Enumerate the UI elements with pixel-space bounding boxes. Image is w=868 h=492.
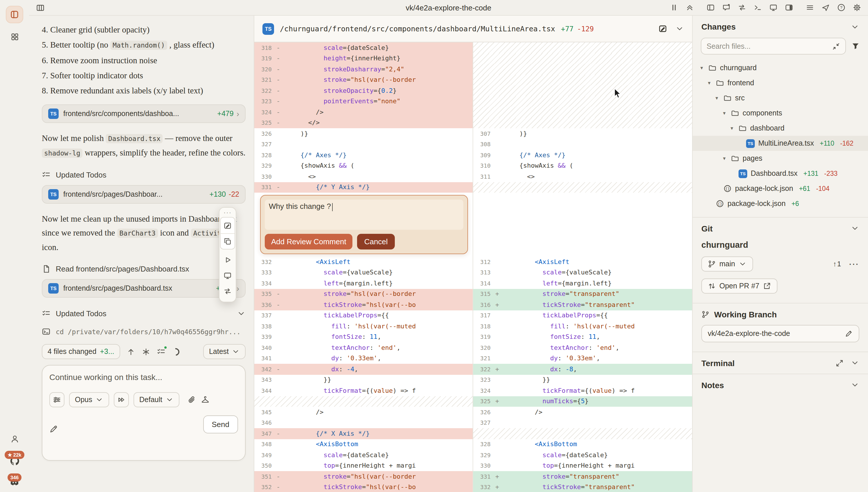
todo-status-button[interactable] [157, 347, 165, 356]
terminal-section-header[interactable]: Terminal [693, 351, 868, 374]
attach-button[interactable] [187, 395, 196, 404]
diff-line-right-321[interactable]: 321 dy: '0.33em', [473, 353, 692, 364]
notes-section-header[interactable]: Notes [693, 374, 868, 396]
file-search-input[interactable]: Search files... [701, 38, 846, 54]
diff-line-left-323[interactable]: 323- pointerEvents="none" [254, 96, 473, 107]
diff-line-right-313[interactable]: 313 scale={valueScale} [473, 267, 692, 278]
annotate-view-button[interactable] [220, 218, 235, 233]
tree-expand-icon[interactable]: ▾ [721, 110, 727, 116]
snapshot-button[interactable] [142, 347, 150, 356]
more-options-button[interactable]: ··· [849, 260, 859, 268]
preview-button[interactable] [769, 3, 777, 11]
ahead-count[interactable]: ↑1 [833, 260, 841, 268]
diff-line-right-318[interactable]: 318 fill: 'hsl(var(--muted [473, 321, 692, 331]
tree-folder-frontend[interactable]: ▾frontend [693, 75, 868, 91]
diff-line-right-326[interactable]: 326 /> [473, 407, 692, 417]
version-dropdown[interactable]: Latest [203, 344, 245, 359]
changes-section-header[interactable]: Changes [693, 16, 868, 38]
diff-line-right-329[interactable]: 329 scale={dateScale} [473, 450, 692, 460]
settings-sliders-button[interactable] [49, 392, 65, 407]
diff-line-right-319[interactable]: 319 fontSize: 11, [473, 331, 692, 342]
tree-expand-icon[interactable]: ▾ [721, 155, 727, 161]
diff-line-right-323[interactable]: 323 }} [473, 374, 692, 385]
diff-line-left-325[interactable]: 325- </> [254, 118, 473, 128]
add-review-comment-button[interactable]: Add Review Comment [265, 234, 353, 249]
drag-handle-icon[interactable]: ··· [224, 209, 232, 216]
pause-button[interactable] [670, 3, 678, 11]
diff-line-left-331[interactable]: 331- {/* Y Axis */} [254, 182, 473, 193]
diff-line-left-352[interactable]: 352- tickStroke="hsl(var(--bo [254, 482, 473, 492]
tree-folder-dashboard[interactable]: ▾dashboard [693, 121, 868, 136]
diff-line-right-332[interactable]: 332+ tickStroke="transparent" [473, 482, 692, 492]
diff-line-left-344[interactable]: 344 tickFormat={(value) => f [254, 385, 473, 396]
diff-line-left-318[interactable]: 318- scale={dateScale} [254, 42, 473, 53]
diff-line-right-328[interactable]: 328 <AxisBottom [473, 439, 692, 450]
pen-icon[interactable] [49, 425, 58, 434]
diff-line-right-324[interactable]: 324 tickFormat={(value) => f [473, 385, 692, 396]
annotate-button[interactable] [658, 24, 667, 33]
fast-forward-button[interactable] [114, 392, 129, 407]
diff-line-left-349[interactable]: 349 scale={dateScale} [254, 450, 473, 460]
diff-line-left-345[interactable]: 345 /> [254, 407, 473, 417]
diff-line-left-338[interactable]: 338 fill: 'hsl(var(--muted [254, 321, 473, 331]
menu-button[interactable] [806, 3, 814, 11]
git-section-header[interactable]: Git [693, 217, 868, 239]
diff-line-right-316[interactable]: 316+ tickStroke="transparent" [473, 299, 692, 310]
file-change-card[interactable]: TS frontend/src/components/dashboa... +4… [42, 104, 245, 123]
diff-line-right-310[interactable]: 310 {showAxis && ( [473, 161, 692, 171]
diff-line-left-341[interactable]: 341 dy: '0.33em', [254, 353, 473, 364]
tools-button[interactable] [201, 395, 209, 404]
model-dropdown[interactable]: Opus [69, 392, 109, 407]
mode-dropdown[interactable]: Default [134, 392, 179, 407]
diff-line-left-339[interactable]: 339 fontSize: 11, [254, 331, 473, 342]
diff-line-right-307[interactable]: 307 )} [473, 128, 692, 139]
grid-view-button[interactable] [10, 32, 19, 41]
terminal-command-row[interactable]: cd /private/var/folders/10/h7w0q46556ggr… [42, 327, 245, 336]
collapse-diff-button[interactable] [675, 24, 684, 33]
diff-line-left-324[interactable]: 324- /> [254, 107, 473, 118]
updated-todos-row[interactable]: Updated Todos [42, 171, 245, 179]
tree-file-package-lock-json[interactable]: {}package-lock.json+61-104 [693, 181, 868, 196]
share-button[interactable] [822, 3, 830, 11]
diff-line-right-325[interactable]: 325+ numTicks={5} [473, 396, 692, 407]
diff-line-left-347[interactable]: 347- {/* X Axis */} [254, 428, 473, 439]
collapse-tree-icon[interactable] [832, 42, 840, 50]
tree-expand-icon[interactable]: ▾ [729, 125, 735, 131]
working-branch-input[interactable]: vk/4e2a-explore-the-code [701, 325, 859, 342]
settings-button[interactable] [853, 3, 861, 11]
tree-file-dashboard-tsx[interactable]: TSDashboard.tsx+131-233 [693, 166, 868, 181]
diff-line-left-340[interactable]: 340 textAnchor: 'end', [254, 342, 473, 353]
open-pr-button[interactable]: Open PR #7 [701, 278, 777, 294]
diff-line-left-351[interactable]: 351- stroke="hsl(var(--border [254, 471, 473, 482]
columns-layout-button[interactable] [36, 3, 45, 12]
diff-line-left-333[interactable]: 333 scale={valueScale} [254, 267, 473, 278]
diff-line-right-308[interactable]: 308 [473, 139, 692, 150]
chat-input[interactable]: Continue working on this task... Opus De… [42, 365, 245, 461]
diff-line-left-334[interactable]: 334 left={margin.left} [254, 278, 473, 289]
help-button[interactable]: ? [837, 3, 845, 11]
diff-line-right-317[interactable]: 317 tickLabelProps={{ [473, 310, 692, 321]
tree-expand-icon[interactable]: ▾ [699, 65, 705, 71]
branch-selector[interactable]: main [701, 256, 753, 272]
diff-line-left-332[interactable]: 332 <AxisLeft [254, 256, 473, 267]
diff-line-right-309[interactable]: 309 {/* Axes */} [473, 150, 692, 161]
diff-line-left-343[interactable]: 343 }} [254, 374, 473, 385]
compare-button[interactable] [220, 283, 235, 299]
copy-button[interactable] [220, 233, 235, 249]
updated-todos-row[interactable]: Updated Todos [42, 309, 245, 318]
diff-line-right-331[interactable]: 331+ stroke="transparent" [473, 471, 692, 482]
diff-line-left-348[interactable]: 348 <AxisBottom [254, 439, 473, 450]
diff-line-left-326[interactable]: 326 )} [254, 128, 473, 139]
collapse-all-button[interactable] [686, 3, 694, 11]
pencil-icon[interactable] [845, 329, 853, 338]
push-button[interactable] [126, 347, 135, 356]
diff-line-left-320[interactable]: 320- strokeDasharray="2,4" [254, 64, 473, 75]
diff-line-left-337[interactable]: 337 tickLabelProps={{ [254, 310, 473, 321]
diff-line-right-311[interactable]: 311 <> [473, 171, 692, 182]
tree-folder-churnguard[interactable]: ▾churnguard [693, 60, 868, 75]
diff-line-left-350[interactable]: 350 top={innerHeight + margi [254, 460, 473, 471]
file-change-card[interactable]: TS frontend/src/pages/Dashboard.tsx +1-5… [42, 279, 245, 298]
diff-line-left-335[interactable]: 335- stroke="hsl(var(--border [254, 289, 473, 299]
preview-button[interactable] [220, 268, 235, 283]
diff-line-left-319[interactable]: 319- height={innerHeight} [254, 53, 473, 64]
